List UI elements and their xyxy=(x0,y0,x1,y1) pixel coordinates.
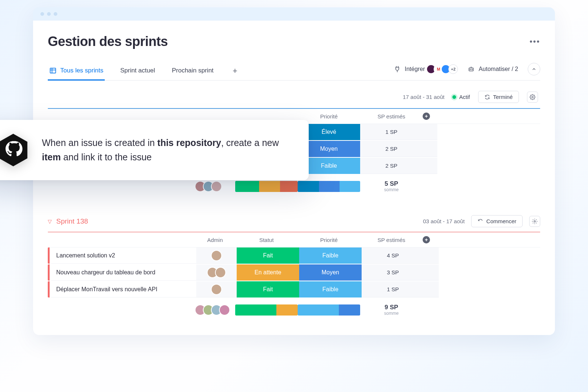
task-name[interactable]: Déplacer MonTravail vers nouvelle API xyxy=(51,281,196,297)
table-row[interactable]: Nouveau chargeur du tableau de bord En a… xyxy=(48,264,540,281)
browser-chrome: Gestion des sprints ••• Tous les sprints… xyxy=(33,7,555,335)
summary-sp: 5 SPsomme xyxy=(360,181,423,192)
add-column-button[interactable]: + xyxy=(423,236,437,243)
view-tabs: Tous les sprints Sprint actuel Prochain … xyxy=(48,62,390,80)
sprint138-title: Sprint 138 xyxy=(56,217,88,225)
summary-status-bar xyxy=(235,181,298,192)
sprint-active-header: 17 août - 31 août Actif Terminé xyxy=(48,91,540,103)
col-priority-header: Priorité xyxy=(298,237,360,243)
tab-current-sprint[interactable]: Sprint actuel xyxy=(119,62,157,81)
sp-cell: 2 SP xyxy=(360,158,423,174)
sprint138-dates: 03 août - 17 août xyxy=(423,218,465,224)
window-dot xyxy=(40,12,44,16)
integration-icons: M +2 xyxy=(429,64,458,74)
sp-cell: 3 SP xyxy=(362,264,424,281)
sp-cell: 1 SP xyxy=(360,124,423,140)
sprint138-header: ▽ Sprint 138 03 août - 17 août Commencer xyxy=(48,215,540,227)
tab-all-sprints[interactable]: Tous les sprints xyxy=(48,62,105,81)
plug-icon xyxy=(394,65,401,73)
action-label: Commencer xyxy=(486,218,516,224)
summary-priority-bar xyxy=(298,181,360,192)
status-label: Actif xyxy=(459,94,470,100)
table-row[interactable]: Déplacer MonTravail vers nouvelle API Fa… xyxy=(48,281,540,298)
page-title: Gestion des sprints xyxy=(48,34,168,49)
automation-description: When an issue is created in this reposit… xyxy=(42,136,293,164)
sp-sum-value: 5 SP xyxy=(385,181,398,188)
col-priority-header: Priorité xyxy=(298,113,360,120)
automation-overlay-card: When an issue is created in this reposit… xyxy=(0,120,309,180)
priority-cell[interactable]: Faible xyxy=(299,281,362,297)
automate-button[interactable]: Automatiser / 2 xyxy=(467,65,518,73)
admin-cell[interactable] xyxy=(196,281,237,297)
col-sp-header: SP estimés xyxy=(360,113,423,120)
sp-sum-label: somme xyxy=(384,188,398,192)
sp-sum-value: 9 SP xyxy=(385,304,398,311)
plus-icon: + xyxy=(423,113,430,120)
status-cell[interactable]: En attente xyxy=(237,264,299,281)
start-sprint-button[interactable]: Commencer xyxy=(471,215,523,227)
chevron-down-icon: ▽ xyxy=(48,218,52,224)
col-sp-header: SP estimés xyxy=(360,237,423,243)
more-menu-button[interactable]: ••• xyxy=(530,37,540,46)
table-icon xyxy=(49,67,57,74)
overlay-text-bold: item xyxy=(42,152,61,162)
svg-rect-0 xyxy=(50,68,56,73)
integrate-button[interactable]: Intégrer M +2 xyxy=(394,64,458,74)
tab-label: Sprint actuel xyxy=(120,67,155,74)
robot-icon xyxy=(467,65,475,73)
refresh-icon xyxy=(477,218,483,224)
tab-label: Prochain sprint xyxy=(172,67,214,74)
sprint-status: Actif xyxy=(452,94,470,100)
table-row[interactable]: Lancement solution v2 Fait Faible 4 SP xyxy=(48,247,540,264)
svg-marker-9 xyxy=(0,134,27,167)
sprint-dates: 17 août - 31 août xyxy=(403,94,444,100)
overlay-text-bold: this repository xyxy=(157,138,221,148)
overlay-text-part: When an issue is created in xyxy=(42,138,157,148)
integration-more-badge[interactable]: +2 xyxy=(448,64,458,74)
sp-cell: 4 SP xyxy=(362,247,424,264)
window-controls xyxy=(33,7,555,21)
action-label: Terminé xyxy=(493,94,513,100)
svg-point-8 xyxy=(534,221,535,222)
col-admin-header: Admin xyxy=(195,237,235,243)
sprint138-title-group[interactable]: ▽ Sprint 138 xyxy=(48,217,88,225)
toolbar-right: Intégrer M +2 Automatiser / 2 xyxy=(394,63,540,79)
priority-cell[interactable]: Moyen xyxy=(299,264,362,281)
sprint138-columns-header: Admin Statut Priorité SP estimés + xyxy=(48,232,540,247)
svg-point-4 xyxy=(470,69,471,70)
sp-sum-label: somme xyxy=(384,311,398,316)
summary-sp: 9 SPsomme xyxy=(360,304,423,316)
sprint138-settings-button[interactable] xyxy=(529,216,540,227)
finish-sprint-button[interactable]: Terminé xyxy=(478,91,519,103)
overlay-text-part: , create a new xyxy=(221,138,279,148)
tab-next-sprint[interactable]: Prochain sprint xyxy=(171,62,215,81)
refresh-icon xyxy=(484,94,490,100)
sp-cell: 2 SP xyxy=(360,141,423,157)
status-dot-icon xyxy=(452,95,456,99)
sprint-settings-button[interactable] xyxy=(527,92,538,103)
row-accent xyxy=(48,247,50,264)
plus-icon: + xyxy=(423,236,430,243)
add-tab-button[interactable]: + xyxy=(229,66,241,76)
admin-cell[interactable] xyxy=(196,264,237,281)
github-icon xyxy=(0,135,29,165)
col-status-header: Statut xyxy=(235,237,298,243)
priority-cell[interactable]: Faible xyxy=(299,247,362,264)
svg-point-5 xyxy=(472,69,473,70)
app-frame: Gestion des sprints ••• Tous les sprints… xyxy=(33,21,555,335)
task-name[interactable]: Nouveau chargeur du tableau de bord xyxy=(51,264,196,281)
summary-avatars xyxy=(195,304,235,316)
add-column-button[interactable]: + xyxy=(423,113,437,120)
tabs-bar: Tous les sprints Sprint actuel Prochain … xyxy=(48,62,540,81)
summary-avatars xyxy=(195,181,235,192)
status-cell[interactable]: Fait xyxy=(237,281,299,297)
task-name[interactable]: Lancement solution v2 xyxy=(51,247,196,264)
window-dot xyxy=(47,12,51,16)
admin-cell[interactable] xyxy=(196,247,237,264)
summary-priority-bar xyxy=(298,304,360,316)
page-header: Gestion des sprints ••• xyxy=(48,34,540,49)
status-cell[interactable]: Fait xyxy=(237,247,299,264)
row-accent xyxy=(48,264,50,281)
collapse-button[interactable] xyxy=(528,63,540,75)
sprint138-summary: 9 SPsomme xyxy=(48,300,540,320)
